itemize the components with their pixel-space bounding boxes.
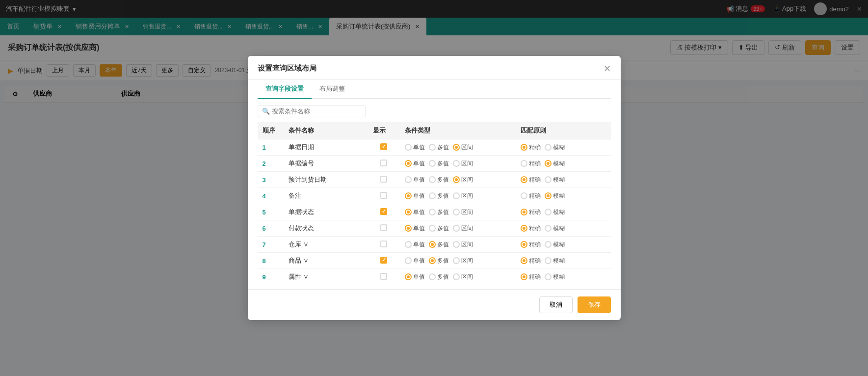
dialog-title: 设置查询区域布局 — [258, 64, 316, 73]
tab-layout-adjust[interactable]: 布局调整 — [312, 80, 353, 99]
dialog-header: 设置查询区域布局 ✕ — [248, 56, 621, 80]
dialog-body: 查询字段设置 布局调整 🔍 顺序 条件名称 显示 条件类型 — [248, 80, 621, 107]
dialog-close-btn[interactable]: ✕ — [604, 64, 611, 73]
dialog-tabs: 查询字段设置 布局调整 — [258, 80, 611, 99]
modal-overlay: 设置查询区域布局 ✕ 查询字段设置 布局调整 🔍 顺序 — [0, 0, 868, 107]
settings-dialog: 设置查询区域布局 ✕ 查询字段设置 布局调整 🔍 顺序 — [248, 56, 621, 107]
tab-query-fields[interactable]: 查询字段设置 — [258, 80, 312, 99]
search-box: 🔍 — [258, 105, 366, 107]
